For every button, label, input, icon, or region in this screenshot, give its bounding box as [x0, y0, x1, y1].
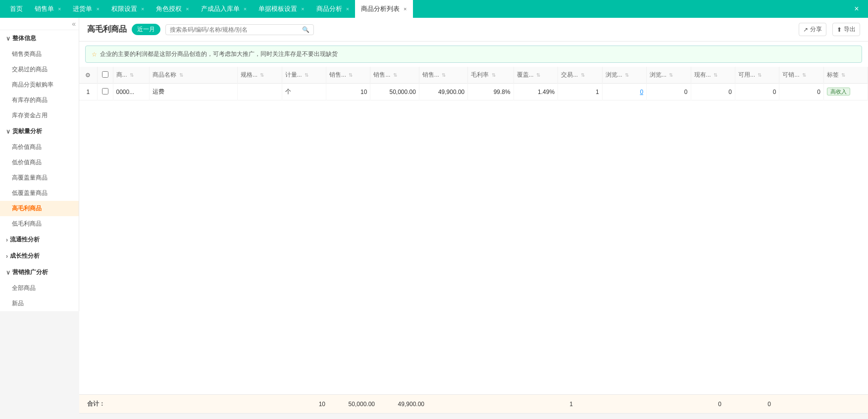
sidebar-item-high-value[interactable]: 高价值商品: [0, 140, 79, 155]
col-spec[interactable]: 规格... ⇅: [238, 67, 282, 84]
filter-recent-month-btn[interactable]: 近一月: [132, 24, 160, 35]
nav-item-permissions[interactable]: 权限设置 ×: [105, 0, 150, 18]
sidebar-item-low-coverage[interactable]: 低覆盖量商品: [0, 186, 79, 201]
sidebar-item-stock-capital[interactable]: 库存资金占用: [0, 108, 79, 123]
sidebar-item-sales-goods[interactable]: 销售类商品: [0, 47, 79, 62]
col-code[interactable]: 商... ⇅: [113, 67, 150, 84]
col-unit[interactable]: 计量... ⇅: [282, 67, 326, 84]
sort-current-stock-icon: ⇅: [714, 72, 717, 78]
select-all-checkbox[interactable]: [102, 71, 108, 78]
sort-trade-icon: ⇅: [581, 72, 585, 78]
export-icon: ⬆: [837, 26, 842, 33]
search-box: 🔍: [165, 24, 314, 35]
sidebar-item-high-margin[interactable]: 高毛利商品: [0, 201, 79, 216]
sort-saleable-stock-icon: ⇅: [802, 72, 806, 78]
nav-item-templates[interactable]: 单据模板设置 ×: [253, 0, 310, 18]
close-purchase-tab[interactable]: ×: [96, 6, 99, 12]
nav-item-analysis-list[interactable]: 商品分析列表 ×: [355, 0, 412, 18]
close-sales-tab[interactable]: ×: [58, 6, 61, 12]
sidebar-item-stocked-goods[interactable]: 有库存的商品: [0, 93, 79, 108]
col-settings[interactable]: ⚙: [79, 67, 97, 84]
footer-sale-qty: 10: [286, 401, 325, 408]
close-analysis-list-tab[interactable]: ×: [404, 6, 407, 12]
sidebar-item-low-value[interactable]: 低价值商品: [0, 155, 79, 170]
search-input[interactable]: [170, 26, 299, 33]
sidebar-group-marketing[interactable]: ∨ 营销推广分析: [0, 264, 79, 280]
row-checkbox[interactable]: [102, 88, 108, 94]
page-title: 高毛利商品: [87, 24, 127, 35]
settings-icon[interactable]: ⚙: [85, 72, 91, 79]
col-browse2[interactable]: 浏览... ⇅: [647, 67, 691, 84]
sidebar-item-all-goods[interactable]: 全部商品: [0, 280, 79, 296]
cell-check[interactable]: [97, 84, 113, 100]
col-saleable-stock[interactable]: 可销... ⇅: [779, 67, 823, 84]
cell-trade: 1: [558, 84, 602, 100]
close-templates-tab[interactable]: ×: [301, 6, 304, 12]
export-button[interactable]: ⬆ 导出: [832, 23, 860, 36]
footer-available-stock: 0: [731, 401, 771, 408]
arrow-contribution-icon: ∨: [6, 128, 10, 135]
sidebar-item-high-coverage[interactable]: 高覆盖量商品: [0, 170, 79, 186]
sidebar-collapse-btn[interactable]: «: [72, 20, 76, 28]
col-trade[interactable]: 交易... ⇅: [558, 67, 602, 84]
sort-tag-icon: ⇅: [841, 72, 845, 78]
nav-item-sales[interactable]: 销售单 ×: [29, 0, 67, 18]
cell-code: 0000...: [113, 84, 150, 100]
footer-sale-profit: 49,900.00: [385, 401, 424, 408]
col-name[interactable]: 商品名称 ⇅: [150, 67, 238, 84]
window-close-button[interactable]: ×: [849, 0, 864, 18]
table-container[interactable]: ⚙ 商... ⇅ 商品名称 ⇅: [79, 67, 868, 394]
nav-item-analysis[interactable]: 商品分析 ×: [310, 0, 355, 18]
nav-item-roles[interactable]: 角色授权 ×: [150, 0, 195, 18]
sidebar-wrapper: « ∨ 整体信息 销售类商品 交易过的商品 商品分贡献购率 有库存的商品: [0, 18, 79, 419]
col-gross-margin[interactable]: 毛利率 ⇅: [468, 67, 513, 84]
cell-coverage: 1.49%: [513, 84, 558, 100]
close-roles-tab[interactable]: ×: [186, 6, 189, 12]
nav-item-purchase[interactable]: 进货单 ×: [67, 0, 105, 18]
content-header: 高毛利商品 近一月 🔍 ↗ 分享 ⬆ 导出: [79, 18, 868, 42]
sidebar-group-growth[interactable]: › 成长性分析: [0, 248, 79, 264]
share-button[interactable]: ↗ 分享: [799, 23, 826, 36]
cell-unit: 个: [282, 84, 326, 100]
footer-bar: 合计： 10 50,000.00 49,900.00 1 0 0: [79, 394, 868, 413]
col-browse1[interactable]: 浏览... ⇅: [602, 67, 646, 84]
col-sale-qty[interactable]: 销售... ⇅: [326, 67, 370, 84]
sidebar-item-contribution-rate[interactable]: 商品分贡献购率: [0, 77, 79, 93]
sidebar-item-new-goods[interactable]: 新品: [0, 296, 79, 311]
cell-browse1[interactable]: 0: [602, 84, 646, 100]
sort-browse2-icon: ⇅: [669, 72, 673, 78]
sidebar-group-overall[interactable]: ∨ 整体信息: [0, 30, 79, 47]
search-icon[interactable]: 🔍: [302, 26, 309, 33]
close-products-tab[interactable]: ×: [244, 6, 247, 12]
tag-badge: 高收入: [827, 88, 850, 95]
data-table: ⚙ 商... ⇅ 商品名称 ⇅: [79, 67, 868, 100]
arrow-marketing-icon: ∨: [6, 269, 10, 276]
col-current-stock[interactable]: 现有... ⇅: [691, 67, 735, 84]
cell-saleable-stock: 0: [779, 84, 823, 100]
col-sale-amount[interactable]: 销售... ⇅: [370, 67, 419, 84]
sidebar-group-liquidity[interactable]: › 流通性分析: [0, 232, 79, 248]
nav-item-home[interactable]: 首页: [4, 0, 29, 18]
col-available-stock[interactable]: 可用... ⇅: [735, 67, 779, 84]
col-tag[interactable]: 标签 ⇅: [823, 67, 868, 84]
arrow-overall-icon: ∨: [6, 35, 10, 42]
nav-item-products[interactable]: 产成品入库单 ×: [195, 0, 253, 18]
sort-sale-profit-icon: ⇅: [442, 72, 446, 78]
table-header-row: ⚙ 商... ⇅ 商品名称 ⇅: [79, 67, 868, 84]
footer-current-stock: 0: [682, 401, 721, 408]
sidebar-item-traded-goods[interactable]: 交易过的商品: [0, 62, 79, 77]
col-sale-profit[interactable]: 销售... ⇅: [419, 67, 467, 84]
col-coverage[interactable]: 覆盖... ⇅: [513, 67, 558, 84]
sidebar-group-contribution[interactable]: ∨ 贡献量分析: [0, 123, 79, 140]
sort-code-icon: ⇅: [130, 72, 134, 78]
close-analysis-tab[interactable]: ×: [346, 6, 349, 12]
sidebar-item-low-margin[interactable]: 低毛利商品: [0, 216, 79, 232]
sort-unit-icon: ⇅: [305, 72, 308, 78]
footer-sale-amount: 50,000.00: [335, 401, 375, 408]
horizontal-scrollbar[interactable]: [79, 413, 868, 419]
arrow-growth-icon: ›: [6, 253, 8, 260]
close-permissions-tab[interactable]: ×: [141, 6, 144, 12]
col-check[interactable]: [97, 67, 113, 84]
sort-coverage-icon: ⇅: [536, 72, 540, 78]
content-area: 高毛利商品 近一月 🔍 ↗ 分享 ⬆ 导出: [79, 18, 868, 419]
